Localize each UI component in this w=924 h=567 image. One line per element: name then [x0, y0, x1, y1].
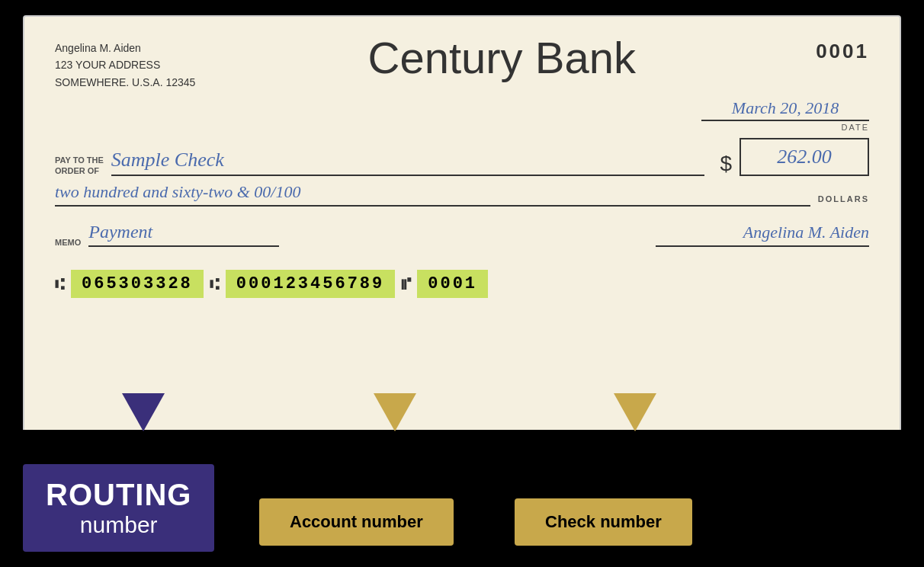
- dollars-label: DOLLARS: [818, 194, 869, 207]
- micr-line: ⑆ 065303328 ⑆ 000123456789 ⑈ 0001: [55, 270, 869, 298]
- check-date: March 20, 2018: [701, 98, 869, 121]
- memo-row: MEMO Payment Angelina M. Aiden: [55, 222, 869, 247]
- bottom-bar: ROUTING number Account number Check numb…: [0, 430, 924, 567]
- signature: Angelina M. Aiden: [656, 223, 869, 247]
- address-line3: SOMEWHERE. U.S.A. 12345: [55, 76, 195, 88]
- routing-bottom-text: number: [46, 512, 191, 538]
- micr-check-number: 0001: [417, 270, 488, 298]
- account-arrow: [374, 393, 416, 431]
- pay-to-label: PAY TO THEORDER OF: [55, 155, 104, 177]
- micr-open-symbol: ⑆: [55, 274, 65, 294]
- dollar-sign: $: [720, 152, 732, 176]
- memo-label: MEMO: [55, 238, 81, 247]
- signature-area: Angelina M. Aiden: [287, 223, 869, 247]
- account-number-label: Account number: [259, 498, 454, 546]
- amount-words: two hundred and sixty-two & 00/100: [55, 182, 810, 207]
- micr-close-symbol: ⑆: [210, 274, 220, 294]
- check-number-arrow: [614, 393, 656, 431]
- date-row: March 20, 2018 DATE: [55, 98, 869, 132]
- date-label: DATE: [841, 123, 869, 132]
- check-number-label: Check number: [515, 498, 692, 546]
- pay-to-row: PAY TO THEORDER OF Sample Check $ 262.00: [55, 138, 869, 176]
- check-document: Angelina M. Aiden 123 YOUR ADDRESS SOMEW…: [23, 15, 901, 445]
- amount-box: 262.00: [740, 138, 869, 176]
- memo-value: Payment: [88, 222, 279, 247]
- routing-top-text: ROUTING: [46, 478, 191, 512]
- micr-account-number: 000123456789: [226, 270, 395, 298]
- routing-arrow: [122, 393, 165, 431]
- routing-label-box: ROUTING number: [23, 464, 214, 552]
- micr-routing-number: 065303328: [71, 270, 204, 298]
- check-address: Angelina M. Aiden 123 YOUR ADDRESS SOMEW…: [55, 40, 195, 91]
- payee-value: Sample Check: [111, 149, 705, 176]
- address-line2: 123 YOUR ADDRESS: [55, 59, 160, 71]
- check-number-top: 0001: [808, 40, 869, 63]
- bank-name: Century Bank: [210, 32, 793, 83]
- micr-separator: ⑈: [401, 274, 411, 294]
- address-line1: Angelina M. Aiden: [55, 42, 141, 54]
- words-row: two hundred and sixty-two & 00/100 DOLLA…: [55, 182, 869, 207]
